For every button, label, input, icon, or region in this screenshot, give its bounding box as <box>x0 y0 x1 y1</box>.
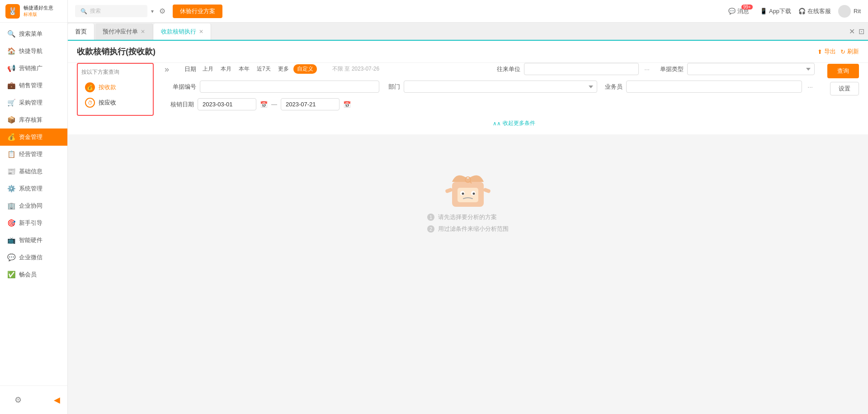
filter-panel: 按以下方案查询 💰 按收款 ⏱ 按应收 <box>77 63 154 116</box>
tab-collection-close[interactable]: ✕ <box>199 29 203 35</box>
sidebar: 🐰 畅捷通好生意 标准版 🔍搜索菜单🏠快捷导航📢营销推广💼销售管理🛒采购管理📦库… <box>0 0 68 414</box>
staff-input[interactable] <box>626 81 802 93</box>
date-7days-btn[interactable]: 近7天 <box>254 64 274 74</box>
message-icon: 💬 <box>728 8 736 14</box>
tab-home[interactable]: 首页 <box>68 24 94 40</box>
sidebar-item-basic[interactable]: 📰基础信息 <box>0 163 67 180</box>
filter-verify-date-field: 核销日期 📅 — 📅 <box>169 98 815 110</box>
sidebar-item-label-search: 搜索菜单 <box>19 30 42 38</box>
business-icon: 📋 <box>7 150 15 158</box>
filter-panel-collapse-btn[interactable]: » <box>165 63 169 74</box>
filter-option-by-receipt[interactable]: 💰 按收款 <box>81 80 149 95</box>
sidebar-item-finance[interactable]: 💰资金管理 <box>0 128 67 146</box>
message-button[interactable]: 💬 消息 99+ <box>728 7 749 15</box>
filter-row-3: 核销日期 📅 — 📅 <box>169 98 815 110</box>
verify-date-end-calendar-icon[interactable]: 📅 <box>343 101 351 108</box>
empty-illustration <box>439 162 497 211</box>
verify-date-start-calendar-icon[interactable]: 📅 <box>260 101 268 108</box>
expand-icon[interactable]: ⊡ <box>859 27 864 36</box>
sidebar-item-search[interactable]: 🔍搜索菜单 <box>0 25 67 43</box>
collapse-more-btn[interactable]: ∧∧ 收起更多条件 <box>169 119 859 127</box>
topbar: 🔍 搜索 ▾ ⚙ 休验行业方案 💬 消息 99+ 📱 App下载 🎧 在线客服 <box>68 0 868 23</box>
settings-icon[interactable]: ⚙ <box>7 390 29 409</box>
filter-date-field: 日期 上月 本月 本年 近7天 更多 自定义 <box>169 64 325 74</box>
sidebar-item-system[interactable]: ⚙️系统管理 <box>0 180 67 197</box>
tab-prepay-label: 预付冲应付单 <box>103 28 138 36</box>
sidebar-item-purchase[interactable]: 🛒采购管理 <box>0 94 67 111</box>
sidebar-item-label-business: 经营管理 <box>19 150 42 158</box>
date-dash: — <box>271 101 277 108</box>
topbar-gear-icon[interactable]: ⚙ <box>159 7 165 15</box>
sidebar-item-guide[interactable]: 🎯新手引导 <box>0 214 67 232</box>
verify-date-start-input[interactable] <box>198 98 256 110</box>
system-icon: ⚙️ <box>7 185 15 193</box>
refresh-button[interactable]: ↻ 刷新 <box>840 48 859 56</box>
sidebar-item-inventory[interactable]: 📦库存核算 <box>0 111 67 128</box>
filter-option-by-receivable[interactable]: ⏱ 按应收 <box>81 95 149 110</box>
counterpart-input[interactable] <box>524 63 639 75</box>
filter-docno-field: 单据编号 <box>169 81 379 93</box>
receipt-option-icon: 💰 <box>85 82 95 92</box>
sidebar-item-wechat[interactable]: 💬企业微信 <box>0 249 67 266</box>
sidebar-item-hardware[interactable]: 📺智能硬件 <box>0 232 67 249</box>
docno-label: 单据编号 <box>169 83 196 91</box>
tab-home-label: 首页 <box>75 28 87 36</box>
tab-collection-label: 收款核销执行 <box>161 28 196 36</box>
sidebar-item-label-hardware: 智能硬件 <box>19 236 42 244</box>
verify-date-end-input[interactable] <box>281 98 340 110</box>
inventory-icon: 📦 <box>7 116 15 124</box>
avatar <box>838 5 851 18</box>
date-custom-btn[interactable]: 自定义 <box>293 64 317 74</box>
date-last-month-btn[interactable]: 上月 <box>200 64 216 74</box>
date-no-limit-text: 不限 至 2023-07-26 <box>332 65 379 73</box>
export-button[interactable]: ⬆ 导出 <box>817 48 836 56</box>
hint-item-1: 1 请先选择要分析的方案 <box>427 211 509 223</box>
member-icon: ✅ <box>7 271 15 279</box>
sidebar-item-label-purchase: 采购管理 <box>19 99 42 107</box>
filter-option-receivable-label: 按应收 <box>99 99 116 107</box>
main-area: 🔍 搜索 ▾ ⚙ 休验行业方案 💬 消息 99+ 📱 App下载 🎧 在线客服 <box>68 0 868 414</box>
date-this-month-btn[interactable]: 本月 <box>218 64 234 74</box>
tab-collection[interactable]: 收款核销执行 ✕ <box>154 24 211 40</box>
sidebar-item-business[interactable]: 📋经营管理 <box>0 146 67 163</box>
sidebar-item-label-quick-nav: 快捷导航 <box>19 47 42 55</box>
docno-input[interactable] <box>200 81 379 93</box>
counterpart-dots-btn[interactable]: ··· <box>642 63 651 75</box>
collapse-sidebar-btn[interactable]: ◀ <box>54 395 60 405</box>
date-this-year-btn[interactable]: 本年 <box>236 64 252 74</box>
dept-select[interactable] <box>404 81 597 93</box>
filter-row-2: 单据编号 部门 业务员 <box>169 81 815 93</box>
sidebar-item-company[interactable]: 🏢企业协同 <box>0 197 67 214</box>
content-area: 收款核销执行(按收款) ⬆ 导出 ↻ 刷新 按以下方案查询 💰 <box>68 41 868 414</box>
hint-text-2: 用过滤条件来缩小分析范围 <box>438 223 509 235</box>
online-service-button[interactable]: 🎧 在线客服 <box>798 7 831 15</box>
query-button[interactable]: 查询 <box>827 64 859 78</box>
service-label: 在线客服 <box>807 7 831 15</box>
topbar-dropdown-icon[interactable]: ▾ <box>151 8 154 14</box>
date-more-btn[interactable]: 更多 <box>275 64 292 74</box>
empty-state: 1 请先选择要分析的方案 2 用过滤条件来缩小分析范围 <box>68 134 868 253</box>
close-tab-icon[interactable]: ✕ <box>849 27 855 36</box>
sidebar-item-member[interactable]: ✅畅会员 <box>0 266 67 283</box>
sidebar-item-marketing[interactable]: 📢营销推广 <box>0 60 67 77</box>
purchase-icon: 🛒 <box>7 99 15 107</box>
app-download-button[interactable]: 📱 App下载 <box>760 7 791 15</box>
sidebar-item-sales[interactable]: 💼销售管理 <box>0 77 67 94</box>
industry-solution-button[interactable]: 休验行业方案 <box>173 5 222 18</box>
filter-doctype-field: 单据类型 <box>659 63 815 75</box>
tabbar-actions: ✕ ⊡ <box>849 27 864 36</box>
doctype-select[interactable] <box>687 63 815 75</box>
logo-icon: 🐰 <box>5 4 20 19</box>
tab-prepay-close[interactable]: ✕ <box>141 29 145 35</box>
settings-button[interactable]: 设置 <box>830 82 859 95</box>
sidebar-item-label-inventory: 库存核算 <box>19 116 42 124</box>
hint-num-1: 1 <box>427 214 434 221</box>
date-label: 日期 <box>169 65 196 73</box>
tab-prepay[interactable]: 预付冲应付单 ✕ <box>95 24 153 40</box>
user-area[interactable]: Rit <box>838 5 861 18</box>
date-buttons: 上月 本月 本年 近7天 更多 自定义 <box>200 64 317 74</box>
wechat-icon: 💬 <box>7 253 15 262</box>
sidebar-item-quick-nav[interactable]: 🏠快捷导航 <box>0 43 67 60</box>
staff-dots-btn[interactable]: ··· <box>806 81 815 93</box>
search-box[interactable]: 🔍 搜索 <box>75 5 147 17</box>
